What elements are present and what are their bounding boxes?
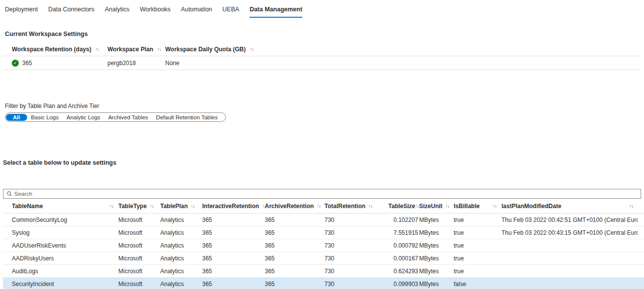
table-row-syslog[interactable]: Syslog Microsoft Analytics 365 365 730 7… xyxy=(3,226,644,239)
sort-icon[interactable]: ↑↓ xyxy=(150,203,154,209)
top-tab-bar: Deployment Data Connectors Analytics Wor… xyxy=(0,0,644,18)
table-cell: 730 xyxy=(324,281,382,288)
table-cell: Analytics xyxy=(160,281,202,288)
column-totalretention: TotalRetention xyxy=(324,203,365,210)
column-isbillable: IsBillable xyxy=(454,203,480,210)
column-archiveretention: ArchiveRetention xyxy=(265,203,314,210)
filter-label: Filter by Table Plan and Archive Tier xyxy=(5,103,644,109)
filter-pill-all[interactable]: All xyxy=(6,114,27,121)
table-cell: 365 xyxy=(202,255,265,262)
search-icon xyxy=(6,191,12,197)
table-row-aaduserriskevents[interactable]: AADUserRiskEvents Microsoft Analytics 36… xyxy=(3,239,644,252)
table-cell: 365 xyxy=(202,229,265,236)
table-cell: 0.624293 xyxy=(382,268,419,275)
table-search-box xyxy=(3,189,641,199)
tab-deployment[interactable]: Deployment xyxy=(5,6,38,17)
tab-automation[interactable]: Automation xyxy=(181,6,212,17)
table-cell: AADUserRiskEvents xyxy=(12,242,118,249)
table-cell: 365 xyxy=(265,229,324,236)
column-workspace-daily-quota: Workspace Daily Quota (GB) xyxy=(165,46,246,53)
sort-icon[interactable]: ↑↓ xyxy=(317,203,321,209)
table-cell: true xyxy=(454,242,501,249)
workspace-plan-value: pergb2018 xyxy=(107,60,165,67)
workspace-settings-row[interactable]: ✓ 365 pergb2018 None xyxy=(3,56,641,70)
table-cell: 730 xyxy=(324,255,382,262)
sort-icon[interactable]: ↑↓ xyxy=(109,203,113,209)
table-cell: 365 xyxy=(265,255,324,262)
table-cell: MBytes xyxy=(419,229,454,236)
workspace-daily-quota-value: None xyxy=(165,60,641,67)
filter-pill-basic-logs[interactable]: Basic Logs xyxy=(27,114,63,121)
column-tabletype: TableType xyxy=(118,203,147,210)
table-cell: MBytes xyxy=(419,268,454,275)
tab-data-management[interactable]: Data Management xyxy=(250,6,302,18)
table-cell: CommonSecurityLog xyxy=(12,217,118,223)
table-row-commonsecuritylog[interactable]: CommonSecurityLog Microsoft Analytics 36… xyxy=(3,214,644,226)
filter-pill-analytic-logs[interactable]: Analytic Logs xyxy=(63,114,104,121)
workspace-settings-title: Current Workspace Settings xyxy=(5,31,644,37)
table-cell: 365 xyxy=(202,281,265,288)
select-table-instruction: Select a table below to update settings xyxy=(3,159,644,166)
table-cell: Analytics xyxy=(160,268,202,275)
column-tableplan: TablePlan xyxy=(160,203,188,210)
table-cell: 7.551915 xyxy=(382,229,419,236)
sort-icon[interactable]: ↑↓ xyxy=(493,203,497,209)
tab-analytics[interactable]: Analytics xyxy=(105,6,130,17)
tab-workbooks[interactable]: Workbooks xyxy=(140,6,171,17)
table-cell: Microsoft xyxy=(118,229,160,236)
table-cell: Analytics xyxy=(160,217,202,223)
table-cell: 730 xyxy=(324,229,382,236)
table-row-securityincident[interactable]: SecurityIncident Microsoft Analytics 365… xyxy=(3,278,644,289)
column-tablename: TableName xyxy=(12,203,43,210)
sort-icon[interactable]: ↑↓ xyxy=(445,203,449,209)
table-cell: Thu Feb 03 2022 00:42:51 GMT+0100 (Centr… xyxy=(501,217,638,223)
sort-icon[interactable]: ↑↓ xyxy=(95,46,99,52)
table-cell: AADRiskyUsers xyxy=(12,255,118,262)
table-cell: Microsoft xyxy=(118,268,160,275)
success-check-icon: ✓ xyxy=(12,60,19,67)
column-workspace-retention: Workspace Retention (days) xyxy=(12,46,91,53)
table-cell: 365 xyxy=(265,268,324,275)
column-workspace-plan: Workspace Plan xyxy=(107,46,153,53)
table-cell: 730 xyxy=(324,217,382,223)
column-lastplanmodifieddate: lastPlanModifiedDate xyxy=(501,203,561,210)
table-cell: true xyxy=(454,255,501,262)
table-cell: false xyxy=(454,281,501,288)
sort-icon[interactable]: ↑↓ xyxy=(191,203,195,209)
table-cell: 365 xyxy=(202,242,265,249)
table-cell: true xyxy=(454,217,501,223)
workspace-table-header: Workspace Retention (days) ↑↓ Workspace … xyxy=(3,42,641,56)
workspace-retention-value: 365 xyxy=(22,60,32,67)
search-input[interactable] xyxy=(14,189,641,198)
filter-pill-archived-tables[interactable]: Archived Tables xyxy=(104,114,152,121)
table-cell: true xyxy=(454,229,501,236)
table-cell: Microsoft xyxy=(118,255,160,262)
filter-pill-default-retention-tables[interactable]: Default Retention Tables xyxy=(152,114,221,121)
table-cell: AuditLogs xyxy=(12,268,118,275)
sort-icon[interactable]: ↑↓ xyxy=(629,203,633,209)
tab-data-connectors[interactable]: Data Connectors xyxy=(48,6,95,17)
sort-icon[interactable]: ↑↓ xyxy=(157,46,161,52)
table-cell: SecurityIncident xyxy=(12,281,118,288)
column-tablesize: TableSize xyxy=(389,203,415,210)
table-cell: Microsoft xyxy=(118,217,160,223)
table-cell: Syslog xyxy=(12,229,118,236)
table-cell: true xyxy=(454,268,501,275)
table-cell: MBytes xyxy=(419,217,454,223)
tables-list-header: TableName ↑↓ TableType ↑↓ TablePlan ↑↓ I… xyxy=(3,199,644,214)
sort-icon[interactable]: ↑↓ xyxy=(415,203,419,209)
table-cell: 730 xyxy=(324,268,382,275)
table-cell: MBytes xyxy=(419,281,454,288)
table-cell: 365 xyxy=(265,281,324,288)
table-row-aadriskyusers[interactable]: AADRiskyUsers Microsoft Analytics 365 36… xyxy=(3,252,644,265)
table-cell: 365 xyxy=(202,217,265,223)
table-cell: 365 xyxy=(265,242,324,249)
sort-icon[interactable]: ↑↓ xyxy=(250,46,253,52)
tab-ueba[interactable]: UEBA xyxy=(222,6,239,17)
table-row-auditlogs[interactable]: AuditLogs Microsoft Analytics 365 365 73… xyxy=(3,265,644,278)
table-cell: Microsoft xyxy=(118,242,160,249)
table-cell: MBytes xyxy=(419,242,454,249)
table-cell: Analytics xyxy=(160,255,202,262)
tables-list: TableName ↑↓ TableType ↑↓ TablePlan ↑↓ I… xyxy=(3,199,644,289)
sort-icon[interactable]: ↑↓ xyxy=(368,203,372,209)
